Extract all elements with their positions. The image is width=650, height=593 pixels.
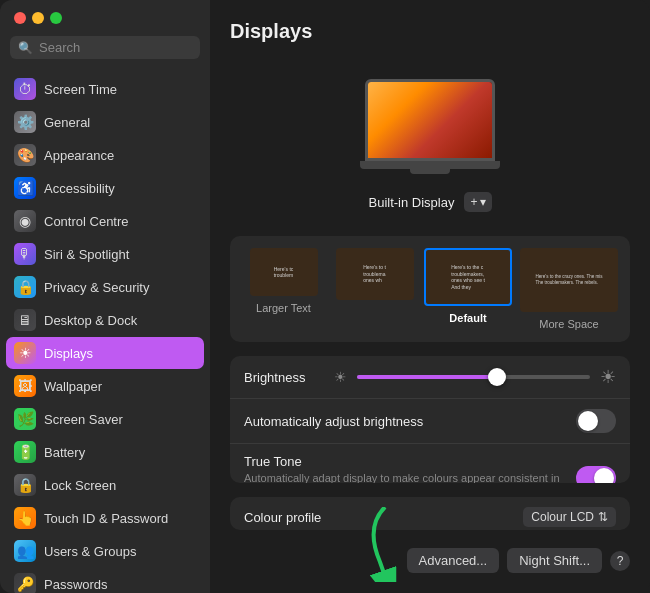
display-name: Built-in Display <box>369 195 455 210</box>
brightness-label: Brightness <box>244 370 324 385</box>
sidebar-item-battery[interactable]: 🔋 Battery <box>6 436 204 468</box>
brightness-slider[interactable] <box>357 367 590 387</box>
laptop-base <box>360 161 500 169</box>
toggle-knob <box>578 411 598 431</box>
sidebar-item-label-control-centre: Control Centre <box>44 214 129 229</box>
resolution-option-2[interactable]: Here's to the ctroublemakers,ones who se… <box>424 248 512 330</box>
sidebar-item-label-lock-screen: Lock Screen <box>44 478 116 493</box>
close-button[interactable] <box>14 12 26 24</box>
plus-icon: + <box>470 195 477 209</box>
add-display-button[interactable]: + ▾ <box>464 192 491 212</box>
sidebar-item-touch-id[interactable]: 👆 Touch ID & Password <box>6 502 204 534</box>
sidebar-item-label-passwords: Passwords <box>44 577 108 592</box>
sidebar-item-general[interactable]: ⚙️ General <box>6 106 204 138</box>
sidebar-item-passwords[interactable]: 🔑 Passwords <box>6 568 204 593</box>
resolution-option-1[interactable]: Here's to ttroublemaones wh <box>333 248 416 330</box>
sidebar-item-label-users-groups: Users & Groups <box>44 544 136 559</box>
colour-profile-section: Colour profile Colour LCD ⇅ <box>230 497 630 530</box>
sidebar-item-users-groups[interactable]: 👥 Users & Groups <box>6 535 204 567</box>
sidebar-items: ⏱ Screen Time ⚙️ General 🎨 Appearance ♿ … <box>0 73 210 593</box>
displays-icon: ☀ <box>14 342 36 364</box>
laptop-screen <box>365 79 495 161</box>
traffic-lights <box>10 12 200 24</box>
siri-spotlight-icon: 🎙 <box>14 243 36 265</box>
accessibility-icon: ♿ <box>14 177 36 199</box>
res-label-3: More Space <box>539 318 598 330</box>
sidebar-item-label-displays: Displays <box>44 346 93 361</box>
sidebar-item-label-general: General <box>44 115 90 130</box>
sidebar-item-displays[interactable]: ☀ Displays <box>6 337 204 369</box>
sidebar-item-label-privacy-security: Privacy & Security <box>44 280 149 295</box>
resolution-option-0[interactable]: Here's tctroublem Larger Text <box>242 248 325 330</box>
display-label-row: Built-in Display + ▾ <box>369 192 492 212</box>
page-title: Displays <box>230 20 630 43</box>
res-preview-inner-1: Here's to ttroublemaones wh <box>360 261 389 287</box>
wallpaper-icon: 🖼 <box>14 375 36 397</box>
search-bar: 🔍 <box>10 36 200 59</box>
sidebar-item-screen-time[interactable]: ⏱ Screen Time <box>6 73 204 105</box>
sidebar-item-accessibility[interactable]: ♿ Accessibility <box>6 172 204 204</box>
true-tone-toggle-knob <box>594 468 614 483</box>
sidebar-item-lock-screen[interactable]: 🔒 Lock Screen <box>6 469 204 501</box>
laptop-screen-inner <box>368 82 492 158</box>
brightness-section: Brightness ☀ ☀ Automatically adjust brig… <box>230 356 630 483</box>
privacy-security-icon: 🔒 <box>14 276 36 298</box>
night-shift-button[interactable]: Night Shift... <box>507 548 602 573</box>
colour-profile-select[interactable]: Colour LCD ⇅ <box>523 507 616 527</box>
sidebar-item-label-appearance: Appearance <box>44 148 114 163</box>
true-tone-toggle[interactable] <box>576 466 616 483</box>
true-tone-row: True Tone Automatically adapt display to… <box>230 444 630 483</box>
slider-thumb <box>488 368 506 386</box>
sidebar-item-privacy-security[interactable]: 🔒 Privacy & Security <box>6 271 204 303</box>
sidebar-item-screen-saver[interactable]: 🌿 Screen Saver <box>6 403 204 435</box>
search-input[interactable] <box>39 40 192 55</box>
sidebar-item-label-screen-saver: Screen Saver <box>44 412 123 427</box>
true-tone-left: True Tone Automatically adapt display to… <box>244 454 564 483</box>
screen-time-icon: ⏱ <box>14 78 36 100</box>
auto-brightness-toggle[interactable] <box>576 409 616 433</box>
sidebar-top: 🔍 <box>0 0 210 73</box>
minimize-button[interactable] <box>32 12 44 24</box>
sidebar-item-desktop-dock[interactable]: 🖥 Desktop & Dock <box>6 304 204 336</box>
res-preview-2: Here's to the ctroublemakers,ones who se… <box>424 248 512 306</box>
colour-profile-label: Colour profile <box>244 510 321 525</box>
brightness-row: Brightness ☀ ☀ <box>230 356 630 398</box>
colour-profile-chevron-icon: ⇅ <box>598 510 608 524</box>
res-preview-0: Here's tctroublem <box>250 248 318 296</box>
res-preview-inner-2: Here's to the ctroublemakers,ones who se… <box>448 261 488 293</box>
sidebar-item-appearance[interactable]: 🎨 Appearance <box>6 139 204 171</box>
colour-profile-row: Colour profile Colour LCD ⇅ <box>230 497 630 530</box>
users-groups-icon: 👥 <box>14 540 36 562</box>
touch-id-icon: 👆 <box>14 507 36 529</box>
res-preview-1: Here's to ttroublemaones wh <box>336 248 414 300</box>
main-content: Displays Built-in Display + ▾ Here's tct… <box>210 0 650 593</box>
control-centre-icon: ◉ <box>14 210 36 232</box>
general-icon: ⚙️ <box>14 111 36 133</box>
display-preview-section: Built-in Display + ▾ <box>230 63 630 222</box>
res-preview-3: Here's to the crazy ones. The misThe tro… <box>520 248 618 312</box>
help-button[interactable]: ? <box>610 551 630 571</box>
advanced-button[interactable]: Advanced... <box>407 548 500 573</box>
sidebar-item-control-centre[interactable]: ◉ Control Centre <box>6 205 204 237</box>
brightness-high-icon: ☀ <box>600 366 616 388</box>
auto-brightness-label: Automatically adjust brightness <box>244 414 423 429</box>
search-icon: 🔍 <box>18 41 33 55</box>
auto-brightness-row: Automatically adjust brightness <box>230 399 630 443</box>
true-tone-label: True Tone <box>244 454 564 469</box>
sidebar-item-siri-spotlight[interactable]: 🎙 Siri & Spotlight <box>6 238 204 270</box>
true-tone-sub: Automatically adapt display to make colo… <box>244 471 564 483</box>
resolution-section: Here's tctroublem Larger Text Here's to … <box>230 236 630 342</box>
battery-icon: 🔋 <box>14 441 36 463</box>
sidebar-item-label-wallpaper: Wallpaper <box>44 379 102 394</box>
laptop-stand <box>410 169 450 174</box>
chevron-down-icon: ▾ <box>480 195 486 209</box>
res-label-2: Default <box>449 312 486 324</box>
resolution-option-3[interactable]: Here's to the crazy ones. The misThe tro… <box>520 248 618 330</box>
maximize-button[interactable] <box>50 12 62 24</box>
res-preview-inner-3: Here's to the crazy ones. The misThe tro… <box>533 271 606 289</box>
passwords-icon: 🔑 <box>14 573 36 593</box>
sidebar-item-label-accessibility: Accessibility <box>44 181 115 196</box>
sidebar-item-wallpaper[interactable]: 🖼 Wallpaper <box>6 370 204 402</box>
appearance-icon: 🎨 <box>14 144 36 166</box>
sidebar-item-label-touch-id: Touch ID & Password <box>44 511 168 526</box>
